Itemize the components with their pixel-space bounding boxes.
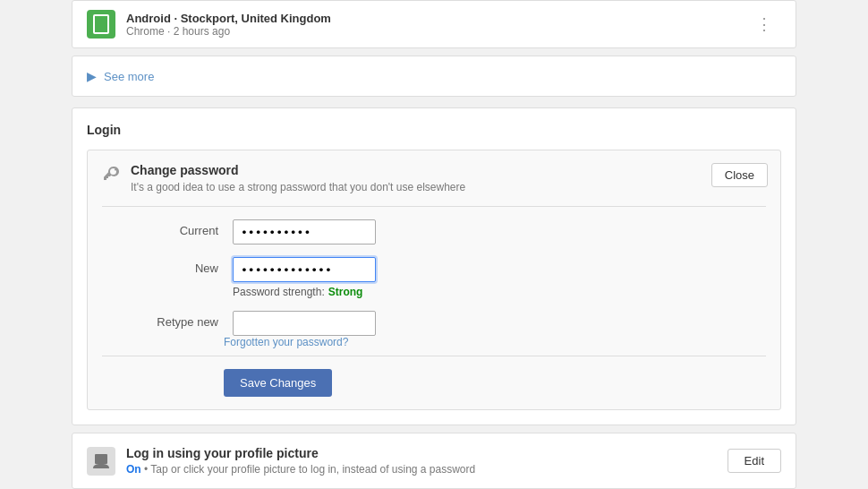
- profile-picture-icon: [87, 447, 115, 476]
- phone-icon: [93, 14, 109, 34]
- change-password-header: Change password It's a good idea to use …: [102, 163, 766, 193]
- new-label: New: [111, 257, 218, 275]
- current-password-input[interactable]: [233, 219, 376, 244]
- password-strength-row: Password strength: Strong: [233, 286, 376, 298]
- close-button[interactable]: Close: [711, 163, 768, 187]
- device-info: Android · Stockport, United Kingdom Chro…: [126, 12, 331, 38]
- device-meta: Chrome · 2 hours ago: [126, 25, 331, 38]
- new-password-input[interactable]: [233, 257, 376, 282]
- more-options-icon[interactable]: ⋮: [749, 11, 781, 38]
- login-section-title: Login: [87, 123, 781, 137]
- forgotten-row: Forgotten your password?: [102, 336, 766, 348]
- device-name: Android · Stockport, United Kingdom: [126, 12, 331, 25]
- login-section: Login Change password It's a good idea t…: [72, 107, 796, 425]
- form-separator: [102, 356, 766, 356]
- strength-label: Password strength:: [233, 286, 325, 298]
- see-more-row: ▶ See more: [72, 56, 796, 97]
- chevron-right-icon: ▶: [87, 69, 97, 83]
- new-password-row: New Password strength: Strong: [111, 257, 766, 298]
- new-password-wrapper: Password strength: Strong: [233, 257, 376, 298]
- profile-login-text: Log in using your profile picture On • T…: [126, 446, 475, 476]
- edit-button[interactable]: Edit: [728, 449, 781, 473]
- current-password-row: Current: [111, 219, 766, 244]
- change-password-text: Change password It's a good idea to use …: [131, 163, 766, 193]
- device-left: Android · Stockport, United Kingdom Chro…: [87, 10, 331, 39]
- device-section: Android · Stockport, United Kingdom Chro…: [72, 0, 796, 48]
- on-label: On: [126, 463, 141, 476]
- retype-password-row: Retype new: [111, 311, 766, 336]
- divider: [102, 206, 766, 207]
- retype-label: Retype new: [111, 311, 218, 329]
- save-changes-button[interactable]: Save Changes: [224, 369, 332, 397]
- profile-login-desc: On • Tap or click your profile picture t…: [126, 463, 475, 476]
- change-password-card: Change password It's a good idea to use …: [87, 150, 781, 410]
- device-icon: [87, 10, 115, 39]
- person-icon: [92, 452, 110, 470]
- profile-login-left: Log in using your profile picture On • T…: [87, 446, 475, 476]
- retype-password-input[interactable]: [233, 311, 376, 336]
- svg-rect-0: [95, 454, 107, 464]
- strength-value: Strong: [328, 286, 363, 298]
- key-icon: [102, 165, 120, 183]
- profile-login-title: Log in using your profile picture: [126, 446, 475, 460]
- password-form: Current New Password strength: Strong: [102, 219, 766, 336]
- change-password-title: Change password: [131, 163, 766, 177]
- forgotten-password-link[interactable]: Forgotten your password?: [224, 336, 348, 348]
- change-password-desc: It's a good idea to use a strong passwor…: [131, 181, 766, 193]
- current-label: Current: [111, 219, 218, 237]
- see-more-link[interactable]: See more: [104, 70, 154, 83]
- profile-login-section: Log in using your profile picture On • T…: [72, 433, 796, 489]
- profile-login-description: • Tap or click your profile picture to l…: [144, 463, 475, 476]
- page-wrapper: Android · Stockport, United Kingdom Chro…: [0, 0, 868, 489]
